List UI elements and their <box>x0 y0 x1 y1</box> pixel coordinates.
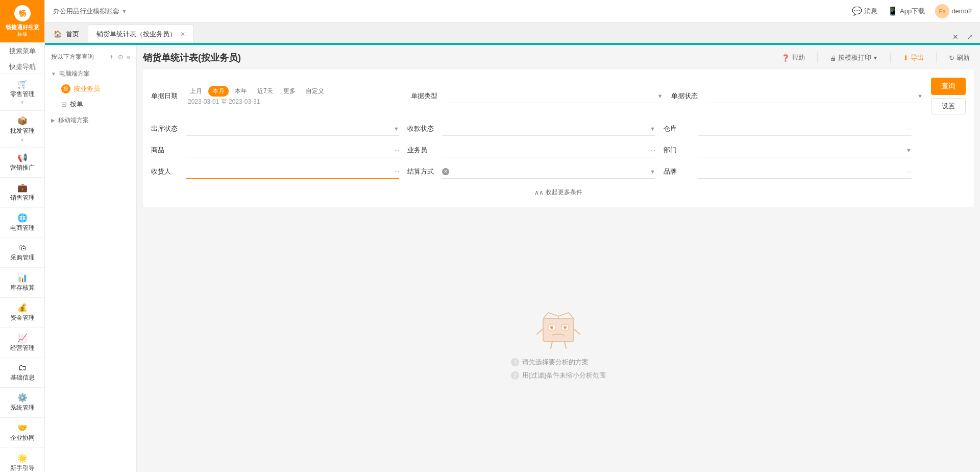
tree-item-by-doc[interactable]: ⊞ 按单 <box>55 97 136 112</box>
export-button[interactable]: ⬇ 导出 <box>899 51 928 64</box>
app-download-button[interactable]: 📱 App下载 <box>888 6 925 16</box>
sidebar-item-ecommerce[interactable]: 🌐 电商管理 <box>0 208 44 238</box>
payment-label: 结算方式 <box>407 167 438 176</box>
sidebar-item-wholesale[interactable]: 📦 批发管理 ▲ <box>0 111 44 148</box>
tab-sales-stat[interactable]: 销货单统计表（按业务员） ✕ <box>88 25 194 43</box>
quick-nav[interactable]: 快捷导航 <box>0 58 44 74</box>
empty-tip-2: 2 用[过滤]条件来缩小分析范围 <box>511 371 605 380</box>
sidebar-item-system[interactable]: ⚙️ 系统管理 <box>0 388 44 418</box>
warehouse-select[interactable]: ··· <box>698 122 912 136</box>
sidebar-item-label: 销售管理 <box>10 194 35 202</box>
sales-icon: 💼 <box>17 183 28 193</box>
app-version: 标版 <box>17 31 28 37</box>
collapse-icon: ∧∧ <box>534 189 544 196</box>
basic-icon: 🗂 <box>18 363 27 372</box>
date-tab-7days[interactable]: 近7天 <box>253 86 277 97</box>
svg-line-9 <box>565 342 566 348</box>
out-status-label: 出库状态 <box>151 124 182 133</box>
breadcrumb-dropdown-icon[interactable]: ▼ <box>121 8 127 14</box>
purchase-icon: 🛍 <box>18 243 27 252</box>
filter-field-salesperson: 业务员 ··· <box>407 143 655 157</box>
brand-select[interactable]: ··· <box>698 164 912 179</box>
user-menu[interactable]: Ea demo2 <box>935 4 972 18</box>
collapse-panel-button[interactable]: « <box>127 53 130 61</box>
tab-close-all-button[interactable]: ✕ <box>950 31 961 43</box>
sidebar-item-operations[interactable]: 📈 经营管理 <box>0 328 44 358</box>
filter-row-3: 商品 ··· 业务员 ··· 部门 <box>151 143 966 157</box>
wholesale-icon: 📦 <box>17 116 28 126</box>
collapse-filters-button[interactable]: ∧∧ 收起更多条件 <box>151 186 966 199</box>
receiver-input[interactable]: ··· <box>186 164 399 179</box>
page-title-bar: 销货单统计表(按业务员) ❓ 帮助 🖨 按模板打印 ▼ ⬇ <box>143 51 974 64</box>
receipt-status-select[interactable]: ▼ <box>442 122 655 136</box>
warehouse-more-icon: ··· <box>907 126 912 132</box>
sidebar-item-newbie[interactable]: 🌟 新手引导 <box>0 448 44 472</box>
tab-maximize-button[interactable]: ⤢ <box>965 31 975 43</box>
tab-home[interactable]: 🏠 首页 <box>45 25 88 43</box>
svg-line-6 <box>537 329 543 334</box>
date-range-display: 2023-03-01 至 2023-03-31 <box>188 98 403 106</box>
date-tab-last-month[interactable]: 上月 <box>186 86 206 97</box>
refresh-button[interactable]: ↻ 刷新 <box>945 51 974 64</box>
sidebar-item-corp[interactable]: 🤝 企业协同 <box>0 418 44 448</box>
date-tabs: 上月 本月 本年 近7天 更多 自定义 <box>186 86 403 97</box>
filter-field-out-status: 出库状态 ▼ <box>151 122 399 136</box>
help-button[interactable]: ❓ 帮助 <box>777 51 809 64</box>
topbar-breadcrumb-area: 办公用品行业模拟账套 ▼ <box>53 7 127 16</box>
filter-field-product: 商品 ··· <box>151 143 399 157</box>
add-scheme-button[interactable]: ＋ <box>108 52 115 61</box>
sidebar-item-label: 批发管理 <box>10 127 35 135</box>
export-icon: ⬇ <box>903 54 909 62</box>
sidebar-item-finance[interactable]: 💰 资金管理 <box>0 298 44 328</box>
sidebar-item-retail[interactable]: 🛒 零售管理 ▼ <box>0 74 44 111</box>
product-label: 商品 <box>151 146 182 155</box>
message-button[interactable]: 💬 消息 <box>852 6 877 16</box>
tree-section-mobile: ▶ 移动端方案 <box>45 112 136 128</box>
right-panel: 销货单统计表(按业务员) ❓ 帮助 🖨 按模板打印 ▼ ⬇ <box>137 45 980 472</box>
sidebar-item-marketing[interactable]: 📢 营销推广 <box>0 148 44 178</box>
date-tab-this-year[interactable]: 本年 <box>231 86 251 97</box>
product-select[interactable]: ··· <box>186 143 399 157</box>
tab-close-button[interactable]: ✕ <box>180 31 185 37</box>
sidebar-item-basic[interactable]: 🗂 基础信息 <box>0 358 44 388</box>
retail-icon: 🛒 <box>17 79 28 89</box>
doc-status-select[interactable]: ▼ <box>706 89 923 103</box>
separator2 <box>890 53 891 63</box>
sidebar-item-label: 企业协同 <box>10 434 35 442</box>
query-button[interactable]: 查询 <box>931 78 966 95</box>
sidebar-item-inventory[interactable]: 📊 库存核算 <box>0 268 44 298</box>
sidebar-item-sales[interactable]: 💼 销售管理 <box>0 178 44 208</box>
salesperson-select[interactable]: ··· <box>442 143 655 157</box>
doc-icon: ⊞ <box>61 101 67 108</box>
query-settings-group: 查询 设置 <box>931 78 966 114</box>
search-menu[interactable]: 搜索菜单 <box>0 42 44 58</box>
payment-dropdown-icon: ▼ <box>650 169 655 175</box>
doc-type-select[interactable]: ▼ <box>446 89 663 103</box>
settings-button[interactable]: 设置 <box>931 98 966 114</box>
newbie-icon: 🌟 <box>17 453 28 463</box>
logo-icon: 畅 <box>14 5 31 21</box>
tree-item-salesperson[interactable]: 按 按业务员 <box>55 81 136 97</box>
doc-type-label: 单据类型 <box>411 91 442 101</box>
settings-scheme-button[interactable]: ⊙ <box>118 53 124 61</box>
date-tab-this-month[interactable]: 本月 <box>208 86 229 97</box>
payment-select[interactable]: ✕ ▼ <box>442 164 655 179</box>
date-tab-custom[interactable]: 自定义 <box>302 86 328 97</box>
sidebar-item-label: 经营管理 <box>10 344 35 352</box>
date-tab-more[interactable]: 更多 <box>279 86 300 97</box>
payment-clear-button[interactable]: ✕ <box>442 168 449 175</box>
out-status-select[interactable]: ▼ <box>186 122 399 136</box>
refresh-icon: ↻ <box>949 54 954 62</box>
sidebar-item-purchase[interactable]: 🛍 采购管理 <box>0 238 44 268</box>
filter-field-brand: 品牌 ··· <box>664 164 912 179</box>
user-avatar: Ea <box>935 4 949 18</box>
home-icon: 🏠 <box>54 30 62 38</box>
topbar: 办公用品行业模拟账套 ▼ 💬 消息 📱 App下载 Ea demo2 <box>45 0 980 22</box>
operations-icon: 📈 <box>17 333 28 343</box>
department-select[interactable]: ▼ <box>698 143 912 157</box>
print-button[interactable]: 🖨 按模板打印 ▼ <box>826 51 882 64</box>
left-panel: 按以下方案查询 ＋ ⊙ « ▼ 电脑端方案 按 按业务员 ⊞ 按单 <box>45 45 137 472</box>
sidebar-item-label: 零售管理 <box>10 90 35 99</box>
svg-rect-0 <box>543 319 574 342</box>
print-icon: 🖨 <box>830 54 837 62</box>
